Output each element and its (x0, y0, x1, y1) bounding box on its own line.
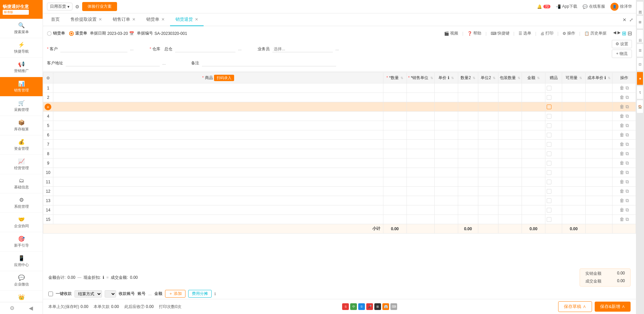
delete-row-10[interactable]: 🗑 (620, 170, 624, 175)
topbar-gear-btn[interactable]: ⚙ (75, 4, 79, 9)
gift-checkbox-9[interactable] (547, 161, 551, 166)
staff-dots[interactable]: ... (335, 47, 339, 51)
sidebar-item-app-center[interactable]: 📱 应用中心 (0, 252, 43, 271)
gift-checkbox-6[interactable] (547, 133, 551, 137)
online-service-btn[interactable]: 💬 在线客服 (583, 4, 605, 9)
right-sidebar-btn-1[interactable]: 图 (637, 1, 643, 15)
delete-row-5[interactable]: 🗑 (620, 123, 624, 128)
delete-row-6[interactable]: 🗑 (620, 132, 624, 138)
restore-tab-btn[interactable]: ⤢ (629, 17, 633, 22)
settings-btn[interactable]: ⚙ 设置 (612, 40, 632, 48)
delete-row-7[interactable]: 🗑 (620, 141, 624, 147)
gift-checkbox-3[interactable] (547, 105, 551, 109)
toolbar-help[interactable]: ❓ 帮助 (467, 30, 481, 36)
copy-row-6[interactable]: ⧉ (626, 132, 629, 138)
tab-sales[interactable]: 销货单 ✕ (141, 13, 170, 26)
staff-input[interactable] (272, 46, 333, 52)
grid-view-btn[interactable]: ⊟ (628, 30, 632, 37)
discount-info-icon[interactable]: ℹ (103, 275, 104, 280)
delete-row-12[interactable]: 🗑 (620, 188, 624, 194)
copy-row-2[interactable]: ⧉ (626, 95, 629, 100)
delete-row-4[interactable]: 🗑 (620, 113, 624, 119)
address-input[interactable] (66, 60, 160, 66)
copy-row-13[interactable]: ⧉ (626, 198, 629, 203)
toolbar-select[interactable]: ☰ 选单 (519, 30, 531, 36)
right-sidebar-btn-5[interactable]: ⊡ (637, 58, 643, 71)
gift-checkbox-7[interactable] (547, 142, 551, 147)
one-key-pay-checkbox[interactable] (48, 292, 53, 296)
trial-btn[interactable]: 体验行业方案 (82, 2, 117, 11)
delete-row-14[interactable]: 🗑 (620, 207, 624, 213)
account-dots[interactable]: ... (148, 292, 152, 296)
delete-row-1[interactable]: 🗑 (620, 85, 624, 91)
gift-checkbox-10[interactable] (547, 170, 551, 175)
sort-qty-icon[interactable]: ⇅ (400, 76, 403, 80)
daily-store-select[interactable]: 日用百货 ▾ (47, 3, 72, 10)
sidebar-item-enterprise[interactable]: 🤝 企业协同 (0, 213, 43, 232)
tab-sales-order[interactable]: 销售订单 ✕ (107, 13, 141, 26)
sidebar-item-member[interactable]: 👑 畅会员 (0, 291, 43, 302)
add-payment-btn[interactable]: ＋ 添加 (165, 290, 185, 298)
copy-row-11[interactable]: ⧉ (626, 179, 629, 185)
radio-return[interactable]: 退货单 (69, 30, 87, 36)
gift-checkbox-13[interactable] (547, 198, 551, 203)
right-sidebar-btn-3[interactable]: 目 (637, 29, 643, 43)
add-row-btn[interactable]: + (43, 102, 53, 112)
remark-input[interactable] (202, 60, 336, 66)
right-sidebar-btn-2[interactable]: ⊞ (637, 15, 643, 29)
tab-home[interactable]: 首页 (46, 13, 65, 26)
settle-method-select[interactable] (105, 290, 116, 298)
calendar-icon[interactable]: 📅 (129, 31, 134, 36)
toolbar-ops[interactable]: ⚙ 操作 (562, 30, 575, 36)
toolbar-video[interactable]: 🎬 视频 (444, 30, 458, 36)
toolbar-print[interactable]: 🖨 打印 (540, 30, 553, 36)
tab-sales-return[interactable]: 销货退货 ✕ (170, 13, 204, 26)
sidebar-item-newbie[interactable]: 🎯 新手引导 (0, 232, 43, 252)
scan-btn[interactable]: 扫码录入 (214, 75, 234, 81)
close-tab-btn[interactable]: ✕ (623, 17, 627, 22)
user-avatar[interactable]: 👤 徐泽华 (610, 3, 632, 11)
right-sidebar-btn-4[interactable]: ☰ (637, 44, 643, 57)
settings-bottom-btn[interactable]: ⚙ (10, 305, 14, 311)
gift-checkbox-14[interactable] (547, 208, 551, 212)
sort-unit-icon[interactable]: ⇅ (430, 76, 433, 80)
delete-row-2[interactable]: 🗑 (620, 95, 624, 100)
print-count[interactable]: 打印次数0次 (159, 304, 181, 310)
next-record-btn[interactable]: ▶ (618, 30, 621, 37)
gift-checkbox-8[interactable] (547, 151, 551, 156)
save-draft-btn[interactable]: 保存草稿 ∧ (558, 301, 592, 312)
customer-input[interactable] (60, 46, 127, 52)
tab-close-order[interactable]: ✕ (132, 17, 136, 22)
gift-checkbox-12[interactable] (547, 189, 551, 194)
app-download-btn[interactable]: 📲 App下载 (556, 4, 577, 9)
copy-row-1[interactable]: ⧉ (626, 85, 629, 91)
prev-record-btn[interactable]: ◀ (613, 30, 616, 37)
settlement-select[interactable]: 结算方式 (74, 290, 102, 298)
sidebar-item-shortcut[interactable]: ⚡ 快捷导航 (0, 38, 43, 58)
toolbar-shortcuts[interactable]: ⌨ 快捷键 (491, 30, 509, 36)
gift-checkbox-1[interactable] (547, 86, 551, 90)
right-sidebar-btn-8[interactable]: 🏠 (637, 100, 643, 113)
copy-row-15[interactable]: ⧉ (626, 216, 629, 222)
list-view-btn[interactable]: ⊞ (622, 30, 626, 37)
sidebar-item-inventory[interactable]: 📦 库存核算 (0, 116, 43, 135)
tab-price-setting[interactable]: 售价提取设置 ✕ (65, 13, 107, 26)
warehouse-input[interactable] (175, 46, 235, 52)
delete-row-3[interactable]: 🗑 (620, 104, 624, 110)
sidebar-item-operations[interactable]: 📈 经营管理 (0, 155, 43, 174)
right-sidebar-btn-7[interactable]: ↩ (637, 86, 643, 99)
sort-price-icon[interactable]: ⇅ (451, 76, 454, 80)
split-info-icon[interactable]: ℹ (214, 292, 216, 296)
gift-checkbox-11[interactable] (547, 180, 551, 184)
collapse-btn[interactable]: ◀ (29, 305, 33, 311)
notification-btn[interactable]: 🔔 70 (537, 4, 550, 9)
gift-checkbox-5[interactable] (547, 123, 551, 128)
tab-close-price[interactable]: ✕ (99, 17, 102, 22)
copy-row-4[interactable]: ⧉ (626, 113, 629, 119)
save-new-btn[interactable]: 保存&新增 ∧ (595, 302, 631, 312)
copy-row-9[interactable]: ⧉ (626, 160, 629, 166)
toolbar-history[interactable]: 📋 历史单据 (584, 30, 606, 36)
gift-checkbox-4[interactable] (547, 114, 551, 119)
copy-row-14[interactable]: ⧉ (626, 207, 629, 213)
sidebar-item-finance[interactable]: 💰 资金管理 (0, 135, 43, 155)
